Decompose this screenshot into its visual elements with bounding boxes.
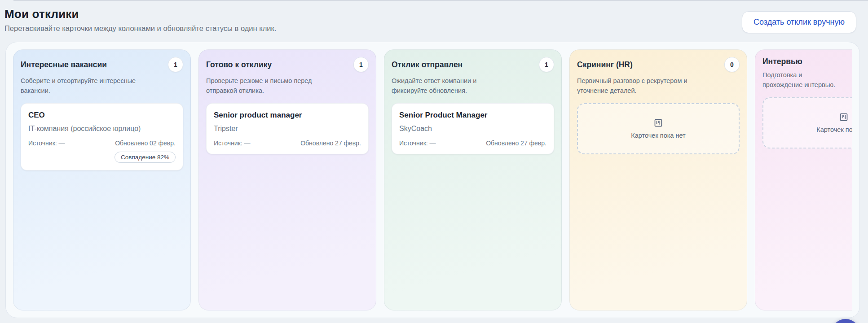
page-subtitle: Перетаскивайте карточки между колонками … bbox=[4, 24, 276, 33]
vacancy-updated: Обновлено 02 февр. bbox=[115, 140, 176, 147]
vacancy-company: SkyCoach bbox=[399, 125, 546, 133]
vacancy-card[interactable]: Senior product manager Tripster Источник… bbox=[206, 103, 369, 154]
vacancy-title: Senior Product Manager bbox=[399, 111, 546, 120]
column-description: Подготовка и прохождение интервью. bbox=[762, 70, 852, 90]
column-interview[interactable]: Интервью Подготовка и прохождение интерв… bbox=[755, 49, 852, 310]
vacancy-source: Источник: — bbox=[28, 140, 65, 147]
column-title: Готово к отклику bbox=[206, 60, 272, 70]
column-header: Интересные вакансии 1 bbox=[21, 57, 183, 72]
vacancy-company: IT-компания (российское юрлицо) bbox=[28, 125, 176, 133]
page-title: Мои отклики bbox=[4, 7, 276, 21]
vacancy-updated: Обновлено 27 февр. bbox=[300, 140, 361, 147]
column-header: Интервью bbox=[762, 57, 852, 66]
column-count-badge: 1 bbox=[353, 57, 369, 72]
column-title: Интересные вакансии bbox=[21, 60, 107, 70]
empty-dropzone[interactable]: Карточек пока нет bbox=[762, 97, 852, 148]
column-description: Соберите и отсортируйте интересные вакан… bbox=[21, 76, 183, 96]
vacancy-card[interactable]: Senior Product Manager SkyCoach Источник… bbox=[392, 103, 554, 154]
kanban-board: Интересные вакансии 1 Соберите и отсорти… bbox=[5, 42, 860, 318]
chat-fab-button[interactable] bbox=[831, 319, 860, 323]
vacancy-source: Источник: — bbox=[214, 140, 251, 147]
column-response-sent[interactable]: Отклик отправлен 1 Ожидайте ответ компан… bbox=[384, 49, 562, 310]
column-title: Скрининг (HR) bbox=[577, 60, 633, 70]
empty-text: Карточек пока нет bbox=[816, 126, 852, 133]
vacancy-source: Источник: — bbox=[399, 140, 436, 147]
column-ready-to-apply[interactable]: Готово к отклику 1 Проверьте резюме и пи… bbox=[198, 49, 376, 310]
vacancy-meta: Источник: — Обновлено 27 февр. bbox=[399, 140, 546, 147]
vacancy-card[interactable]: CEO IT-компания (российское юрлицо) Исто… bbox=[21, 103, 183, 170]
vacancy-title: Senior product manager bbox=[214, 111, 361, 120]
column-header: Скрининг (HR) 0 bbox=[577, 57, 740, 72]
page-header: Мои отклики Перетаскивайте карточки межд… bbox=[0, 0, 868, 33]
column-hr-screening[interactable]: Скрининг (HR) 0 Первичный разговор с рек… bbox=[569, 49, 747, 310]
column-description: Первичный разговор с рекрутером и уточне… bbox=[577, 76, 740, 96]
column-header: Готово к отклику 1 bbox=[206, 57, 369, 72]
kanban-icon bbox=[654, 118, 663, 127]
top-divider bbox=[13, 0, 868, 1]
match-row: Совпадение 82% bbox=[28, 152, 176, 163]
column-count-badge: 0 bbox=[724, 57, 740, 72]
vacancy-meta: Источник: — Обновлено 02 февр. bbox=[28, 140, 176, 147]
card-list: Senior Product Manager SkyCoach Источник… bbox=[392, 103, 554, 154]
header-text: Мои отклики Перетаскивайте карточки межд… bbox=[4, 7, 276, 33]
column-title: Интервью bbox=[762, 57, 802, 66]
vacancy-title: CEO bbox=[28, 111, 176, 120]
vacancy-meta: Источник: — Обновлено 27 февр. bbox=[214, 140, 361, 147]
kanban-icon bbox=[839, 113, 848, 122]
card-list: CEO IT-компания (российское юрлицо) Исто… bbox=[21, 103, 183, 170]
column-description: Ожидайте ответ компании и фиксируйте обн… bbox=[392, 76, 554, 96]
column-count-badge: 1 bbox=[539, 57, 554, 72]
board-scroll-area[interactable]: Интересные вакансии 1 Соберите и отсорти… bbox=[13, 49, 852, 310]
column-description: Проверьте резюме и письмо перед отправко… bbox=[206, 76, 369, 96]
column-count-badge: 1 bbox=[168, 57, 183, 72]
card-list: Senior product manager Tripster Источник… bbox=[206, 103, 369, 154]
empty-text: Карточек пока нет bbox=[631, 132, 685, 139]
column-header: Отклик отправлен 1 bbox=[392, 57, 554, 72]
create-response-button[interactable]: Создать отклик вручную bbox=[742, 11, 856, 33]
match-badge: Совпадение 82% bbox=[115, 152, 176, 163]
empty-dropzone[interactable]: Карточек пока нет bbox=[577, 103, 740, 154]
column-title: Отклик отправлен bbox=[392, 60, 463, 70]
column-interesting-vacancies[interactable]: Интересные вакансии 1 Соберите и отсорти… bbox=[13, 49, 191, 310]
vacancy-company: Tripster bbox=[214, 125, 361, 133]
vacancy-updated: Обновлено 27 февр. bbox=[486, 140, 546, 147]
